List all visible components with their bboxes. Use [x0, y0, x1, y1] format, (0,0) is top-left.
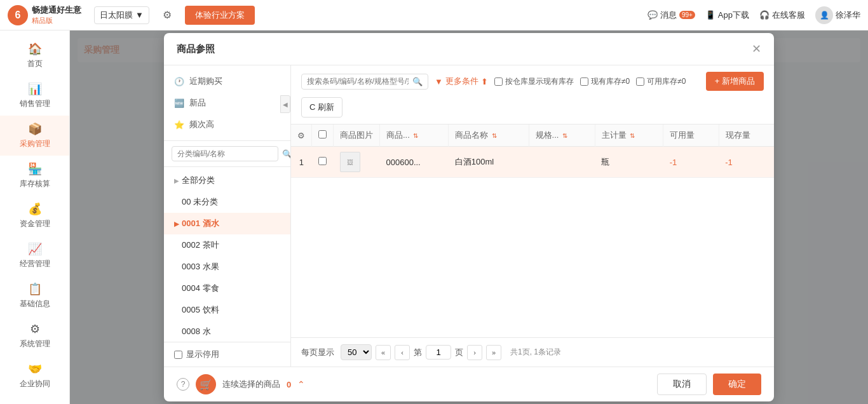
store-dropdown[interactable]: 日太阳膜 ▼	[94, 6, 149, 24]
cat-unclassified[interactable]: 00 未分类	[164, 191, 290, 213]
sidebar-label-home: 首页	[27, 58, 43, 69]
check-warehouse-stock[interactable]: 按仓库显示现有库存	[494, 76, 574, 87]
more-filters-button[interactable]: ▼ 更多条件 ⬆	[435, 76, 488, 87]
category-search-icon[interactable]: 🔍	[282, 149, 291, 159]
sidebar-item-sales[interactable]: 📊 销售管理	[0, 76, 69, 116]
prev-page-button[interactable]: ‹	[395, 345, 410, 360]
add-product-button[interactable]: + 新增商品	[706, 72, 764, 91]
cat-all[interactable]: ▶ 全部分类	[164, 170, 290, 191]
sidebar-label-system: 系统管理	[20, 339, 50, 349]
available-nonzero-checkbox[interactable]	[580, 77, 588, 86]
product-search-input[interactable]	[307, 77, 409, 86]
logo: 6 畅捷通好生意 精品版	[8, 4, 81, 25]
messages-nav-item[interactable]: 💬 消息 99+	[648, 10, 695, 21]
nav-right-area: 💬 消息 99+ 📱 App下载 🎧 在线客服 👤 徐泽华	[648, 6, 860, 24]
cat-snack[interactable]: 0004 零食	[164, 278, 290, 299]
customer-service-nav-item[interactable]: 🎧 在线客服	[759, 10, 805, 21]
cat-beverage[interactable]: 0005 饮料	[164, 299, 290, 321]
sidebar-item-inventory[interactable]: 🏪 库存核算	[0, 156, 69, 196]
tab-new-products[interactable]: 🆕 新品	[164, 92, 290, 114]
cat-snack-label: 0004 零食	[174, 283, 219, 294]
cat-water[interactable]: 0008 水	[164, 321, 290, 342]
row-stock-cell: -1	[719, 147, 774, 178]
cat-alcohol[interactable]: ▶ 0001 酒水	[164, 213, 290, 234]
sidebar-item-guide[interactable]: 📖 新手引导	[0, 396, 69, 404]
check-usable-nonzero[interactable]: 可用库存≠0	[636, 76, 686, 87]
filter-label: 更多条件	[445, 76, 478, 87]
row-available-cell: -1	[663, 147, 719, 178]
row-name-cell: 白酒100ml	[449, 147, 529, 178]
product-table: ⚙ 商品图片 商品... ⇅	[291, 125, 774, 178]
store-name: 日太阳膜	[100, 10, 133, 21]
user-nav-item[interactable]: 👤 徐泽华	[815, 6, 860, 24]
cat-unclassified-label: 00 未分类	[174, 196, 218, 208]
row-img-cell: 🖼	[334, 147, 380, 178]
frequent-icon: ⭐	[174, 120, 184, 130]
modal-body: 🕐 近期购买 🆕 新品 ⭐ 频次高	[164, 65, 774, 367]
row-checkbox[interactable]	[318, 157, 327, 165]
cat-tea[interactable]: 0002 茶叶	[164, 234, 290, 256]
next-page-button[interactable]: ›	[467, 345, 482, 360]
sidebar-item-home[interactable]: 🏠 首页	[0, 36, 69, 76]
tab-frequent[interactable]: ⭐ 频次高	[164, 114, 290, 135]
message-label: 消息	[660, 10, 677, 21]
sidebar-item-purchase[interactable]: 📦 采购管理	[0, 116, 69, 156]
th-spec-label: 规格...	[536, 130, 559, 140]
tab-frequent-label: 频次高	[189, 119, 214, 130]
th-available: 可用量	[663, 125, 719, 147]
home-icon: 🏠	[28, 42, 42, 56]
modal-close-button[interactable]: ✕	[752, 42, 761, 56]
new-products-icon: 🆕	[174, 98, 184, 108]
message-badge: 99+	[679, 11, 695, 19]
sidebar-label-inventory: 库存核算	[20, 178, 50, 189]
cart-icon: 🛒	[196, 374, 216, 394]
category-search-input[interactable]	[172, 146, 278, 161]
page-number-input[interactable]	[426, 345, 451, 360]
sidebar-item-enterprise[interactable]: 🤝 企业协同	[0, 356, 69, 396]
th-spec[interactable]: 规格... ⇅	[529, 125, 595, 147]
select-all-checkbox[interactable]	[318, 130, 327, 138]
row-code-cell: 000600...	[380, 147, 449, 178]
row-gear-cell: 1	[291, 147, 312, 178]
cat-fruit[interactable]: 0003 水果	[164, 256, 290, 278]
cat-tea-label: 0002 茶叶	[174, 239, 219, 251]
table-row[interactable]: 1 🖼	[291, 147, 774, 178]
purchase-icon: 📦	[28, 122, 42, 136]
pagination: 每页显示 50 « ‹ 第 页 › » 共1页, 1条记录	[291, 337, 774, 367]
per-page-select[interactable]: 50	[341, 344, 372, 360]
product-reference-modal: 商品参照 ✕ 🕐 近期购买 🆕	[164, 33, 774, 401]
check-available-nonzero[interactable]: 现有库存≠0	[580, 76, 630, 87]
dropdown-arrow-icon: ▼	[135, 10, 144, 20]
logo-sub-text: 精品版	[32, 16, 81, 25]
sidebar-item-basic-info[interactable]: 📋 基础信息	[0, 276, 69, 316]
table-settings-icon[interactable]: ⚙	[297, 131, 305, 140]
tab-recent-purchase[interactable]: 🕐 近期购买	[164, 71, 290, 92]
usable-nonzero-label: 可用库存≠0	[647, 76, 686, 87]
first-page-button[interactable]: «	[376, 345, 391, 360]
show-disabled-checkbox[interactable]	[174, 351, 182, 359]
sidebar-item-system[interactable]: ⚙ 系统管理	[0, 316, 69, 356]
collapse-arrow-icon: ◀	[283, 101, 288, 108]
sidebar-item-operations[interactable]: 📈 经营管理	[0, 236, 69, 276]
th-unit[interactable]: 主计量 ⇅	[595, 125, 663, 147]
sidebar-item-finance[interactable]: 💰 资金管理	[0, 196, 69, 236]
footer-collapse-button[interactable]: ⌃	[297, 379, 305, 389]
th-product-name[interactable]: 商品名称 ⇅	[449, 125, 529, 147]
th-product-code[interactable]: 商品... ⇅	[380, 125, 449, 147]
app-download-nav-item[interactable]: 📱 App下载	[705, 10, 749, 21]
trial-industry-button[interactable]: 体验行业方案	[185, 6, 255, 25]
warehouse-stock-checkbox[interactable]	[494, 77, 503, 86]
cancel-button[interactable]: 取消	[657, 374, 707, 395]
left-panel-collapse-button[interactable]: ◀	[280, 95, 290, 113]
confirm-button[interactable]: 确定	[713, 374, 761, 395]
usable-nonzero-checkbox[interactable]	[636, 77, 644, 86]
help-icon-button[interactable]: ?	[177, 378, 189, 391]
sidebar-label-operations: 经营管理	[20, 259, 50, 269]
headset-icon: 🎧	[759, 10, 770, 20]
right-toolbar: 🔍 ▼ 更多条件 ⬆ 按仓库显示现有库存	[291, 65, 774, 125]
sidebar-label-purchase: 采购管理	[20, 138, 50, 149]
refresh-button[interactable]: C 刷新	[301, 97, 342, 118]
last-page-button[interactable]: »	[486, 345, 501, 360]
product-search-icon[interactable]: 🔍	[412, 77, 423, 86]
settings-gear-button[interactable]: ⚙	[157, 5, 177, 25]
